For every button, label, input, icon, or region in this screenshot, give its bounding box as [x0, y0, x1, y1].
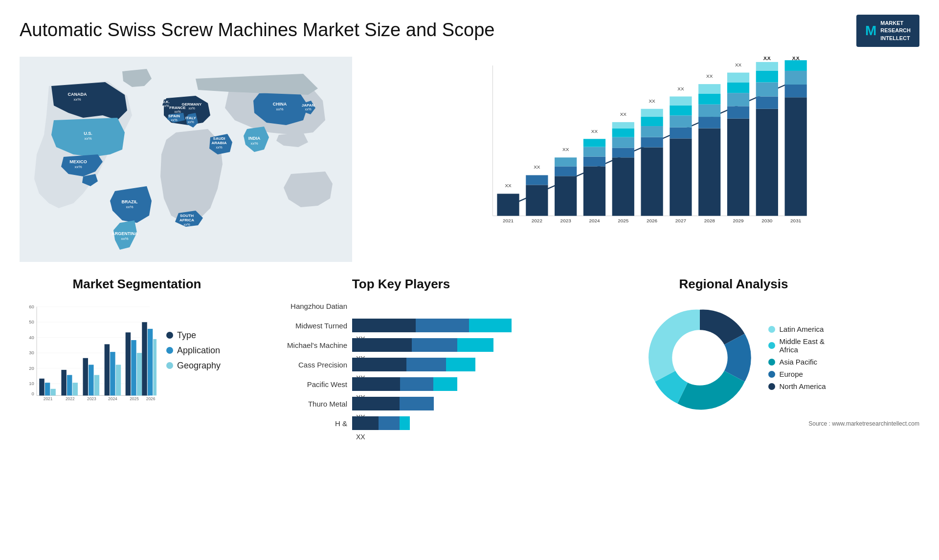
legend-type: Type — [166, 330, 221, 341]
legend-label-europe: Europe — [779, 370, 803, 378]
logo-text: MARKET RESEARCH INTELLECT — [880, 20, 911, 42]
svg-text:2025: 2025 — [130, 396, 139, 401]
svg-rect-123 — [67, 375, 72, 396]
player-row-pacific: Pacific West XX — [269, 377, 533, 391]
source-text: Source : www.marketresearchintellect.com — [548, 420, 919, 427]
legend-dot-europe — [768, 371, 775, 378]
svg-rect-118 — [39, 379, 45, 396]
svg-text:XX: XX — [620, 111, 627, 117]
svg-rect-134 — [126, 332, 131, 395]
page-header: Automatic Swiss Screw Machines Market Si… — [20, 15, 919, 47]
svg-rect-62 — [641, 148, 663, 216]
svg-text:XX: XX — [677, 86, 684, 91]
svg-rect-79 — [698, 94, 720, 105]
svg-rect-126 — [83, 358, 89, 396]
legend-dot-na — [768, 383, 775, 390]
svg-rect-138 — [142, 322, 147, 395]
player-name-pacific: Pacific West — [269, 380, 347, 388]
logo-m-letter: M — [865, 21, 876, 40]
legend-dot-type — [166, 332, 173, 339]
svg-rect-135 — [131, 340, 136, 395]
regional-title: Regional Analysis — [548, 277, 919, 292]
svg-rect-52 — [583, 139, 605, 147]
svg-text:2027: 2027 — [675, 218, 687, 223]
legend-latin-america: Latin America — [768, 325, 826, 333]
svg-text:2026: 2026 — [647, 218, 658, 223]
legend-europe: Europe — [768, 370, 826, 378]
regional-section: Regional Analysis — [548, 277, 919, 436]
svg-text:xx%: xx% — [183, 223, 190, 226]
svg-rect-72 — [670, 106, 692, 116]
svg-rect-70 — [670, 128, 692, 139]
svg-rect-45 — [555, 167, 577, 176]
segmentation-title: Market Segmentation — [20, 277, 254, 292]
svg-text:2023: 2023 — [560, 218, 572, 223]
svg-rect-132 — [116, 365, 121, 396]
svg-text:INDIA: INDIA — [248, 136, 261, 141]
svg-rect-94 — [756, 62, 778, 71]
donut-chart-area: Latin America Middle East &Africa Asia P… — [548, 299, 919, 416]
growth-bar-chart: XX 2021 XX 2022 XX 2023 XX 2024 — [367, 57, 919, 242]
svg-rect-56 — [612, 148, 634, 158]
svg-rect-120 — [50, 389, 56, 396]
svg-rect-50 — [583, 157, 605, 167]
svg-rect-98 — [785, 71, 807, 85]
svg-rect-44 — [555, 176, 577, 215]
svg-rect-139 — [148, 329, 153, 396]
svg-text:2024: 2024 — [589, 218, 600, 223]
player-row-midwest: Midwest Turned XX — [269, 319, 533, 332]
svg-rect-51 — [583, 147, 605, 157]
svg-rect-37 — [497, 194, 519, 216]
svg-rect-130 — [105, 345, 110, 396]
svg-text:50: 50 — [29, 320, 34, 325]
legend-middle-east: Middle East &Africa — [768, 337, 826, 354]
svg-text:SOUTH: SOUTH — [180, 214, 194, 218]
svg-rect-87 — [727, 73, 749, 83]
legend-label-application: Application — [177, 345, 220, 356]
legend-north-america: North America — [768, 382, 826, 390]
segmentation-bar-chart: 60 50 40 30 20 10 0 — [20, 299, 156, 402]
svg-rect-63 — [641, 137, 663, 148]
svg-rect-93 — [756, 71, 778, 83]
legend-dot-mea — [768, 342, 775, 349]
player-name-michael: Michael's Machine — [269, 341, 347, 349]
svg-rect-69 — [670, 139, 692, 216]
world-map-container: CANADA xx% U.S. xx% MEXICO xx% BRAZIL xx… — [20, 57, 352, 262]
svg-rect-136 — [137, 353, 142, 395]
svg-text:xx%: xx% — [84, 136, 91, 141]
player-name-h: H & — [269, 419, 347, 428]
svg-rect-119 — [45, 383, 50, 395]
growth-chart-section: XX 2021 XX 2022 XX 2023 XX 2024 — [367, 57, 919, 262]
legend-geography: Geography — [166, 361, 221, 371]
svg-text:2030: 2030 — [761, 218, 773, 223]
svg-rect-90 — [756, 109, 778, 216]
svg-text:ARABIA: ARABIA — [211, 141, 226, 145]
svg-rect-96 — [785, 97, 807, 215]
svg-text:xx%: xx% — [162, 104, 169, 108]
segmentation-section: Market Segmentation 60 50 40 30 20 10 0 — [20, 277, 254, 436]
svg-text:2024: 2024 — [108, 396, 117, 401]
svg-rect-55 — [612, 157, 634, 215]
svg-text:2023: 2023 — [87, 396, 96, 401]
logo-area: M MARKET RESEARCH INTELLECT — [856, 15, 919, 47]
svg-text:XX: XX — [505, 183, 512, 188]
svg-rect-66 — [641, 109, 663, 117]
svg-rect-73 — [670, 97, 692, 106]
svg-text:CANADA: CANADA — [68, 92, 87, 97]
player-row-h: H & XX — [269, 416, 533, 430]
player-bar-cass: XX — [352, 358, 533, 371]
svg-text:xx%: xx% — [73, 97, 81, 102]
svg-text:2026: 2026 — [146, 396, 156, 401]
donut-legend: Latin America Middle East &Africa Asia P… — [768, 325, 826, 390]
svg-text:xx%: xx% — [121, 237, 128, 241]
world-map-section: CANADA xx% U.S. xx% MEXICO xx% BRAZIL xx… — [20, 57, 352, 262]
player-row-michael: Michael's Machine XX — [269, 338, 533, 352]
legend-dot-geography — [166, 362, 173, 369]
svg-text:U.S.: U.S. — [84, 131, 92, 136]
svg-rect-76 — [698, 129, 720, 216]
svg-text:xx%: xx% — [126, 205, 133, 209]
svg-text:GERMANY: GERMANY — [182, 102, 202, 107]
player-bar-pacific: XX — [352, 377, 533, 391]
svg-text:SPAIN: SPAIN — [168, 114, 180, 118]
player-name-thuro: Thuro Metal — [269, 400, 347, 408]
